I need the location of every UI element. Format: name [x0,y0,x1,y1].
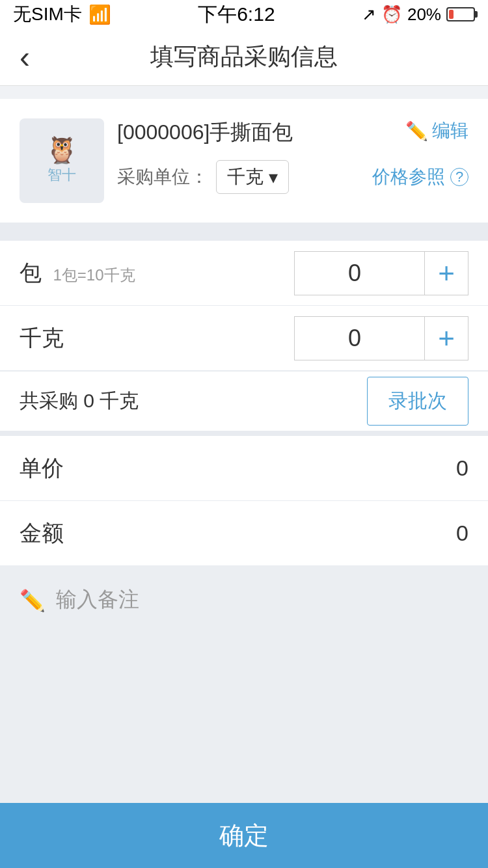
confirm-button[interactable]: 确定 [0,803,488,868]
section-divider-1 [0,228,488,241]
status-left: 无SIM卡 📶 [13,2,111,27]
dropdown-arrow-icon: ▾ [269,167,278,188]
unit-price-row: 单价 0 [0,436,488,501]
amount-label: 金额 [20,519,64,549]
price-reference-button[interactable]: 价格参照 ? [372,165,468,189]
bag-sub-label: 1包=10千克 [53,266,135,284]
kg-plus-button[interactable]: + [424,316,468,360]
brand-logo-text: 智十 [47,165,76,185]
status-right: ↗ ⏰ 20% [362,5,475,25]
owl-icon: 🦉 [46,137,78,163]
nav-bar: ‹ 填写商品采购信息 [0,29,488,86]
confirm-label: 确定 [219,819,269,852]
alarm-icon: ⏰ [381,5,402,25]
edit-icon: ✏️ [405,120,428,142]
battery-label: 20% [407,5,441,25]
kg-input-group: + [294,316,468,360]
product-image: 🦉 智十 [20,118,104,203]
status-time: 下午6:12 [198,1,275,28]
unit-price-label: 单价 [20,454,64,483]
amount-value: 0 [456,521,468,546]
product-info: [0000006]手撕面包 ✏️ 编辑 采购单位： 千克 ▾ 价格参照 ? [117,118,468,194]
pencil-icon: ✏️ [20,588,46,613]
amount-row: 金额 0 [0,501,488,566]
back-button[interactable]: ‹ [20,42,30,73]
edit-button[interactable]: ✏️ 编辑 [405,118,468,143]
price-section: 单价 0 金额 0 [0,436,488,566]
bag-input-row: 包 1包=10千克 + [0,241,488,306]
kg-quantity-input[interactable] [294,316,424,360]
page-title: 填写商品采购信息 [150,41,338,73]
wifi-icon: 📶 [88,4,111,25]
quantity-section: 包 1包=10千克 + 千克 + [0,241,488,371]
info-icon: ? [450,168,468,186]
notes-placeholder: 输入备注 [56,586,139,614]
unit-selector[interactable]: 千克 ▾ [216,160,289,194]
battery-icon [446,7,475,21]
summary-unit: 千克 [100,390,139,411]
bag-label: 包 1包=10千克 [20,258,294,288]
product-card: 🦉 智十 [0000006]手撕面包 ✏️ 编辑 采购单位： 千克 ▾ [0,99,488,228]
unit-label: 采购单位： [117,165,208,189]
kg-label: 千克 [20,323,294,353]
batch-record-button[interactable]: 录批次 [367,377,468,426]
price-ref-label: 价格参照 [372,165,445,189]
carrier-label: 无SIM卡 [13,2,82,27]
location-icon: ↗ [362,5,376,25]
bag-plus-button[interactable]: + [424,251,468,295]
unit-value: 千克 [227,165,264,189]
bag-quantity-input[interactable] [294,251,424,295]
kg-input-row: 千克 + [0,306,488,371]
product-name: [0000006]手撕面包 [117,118,293,147]
unit-price-value: 0 [456,455,468,481]
notes-section[interactable]: ✏️ 输入备注 [0,566,488,644]
status-bar: 无SIM卡 📶 下午6:12 ↗ ⏰ 20% [0,0,488,29]
summary-text: 共采购 0 千克 [20,388,139,414]
summary-row: 共采购 0 千克 录批次 [0,371,488,436]
edit-label: 编辑 [432,118,468,143]
summary-value: 0 [83,390,94,411]
bag-input-group: + [294,251,468,295]
